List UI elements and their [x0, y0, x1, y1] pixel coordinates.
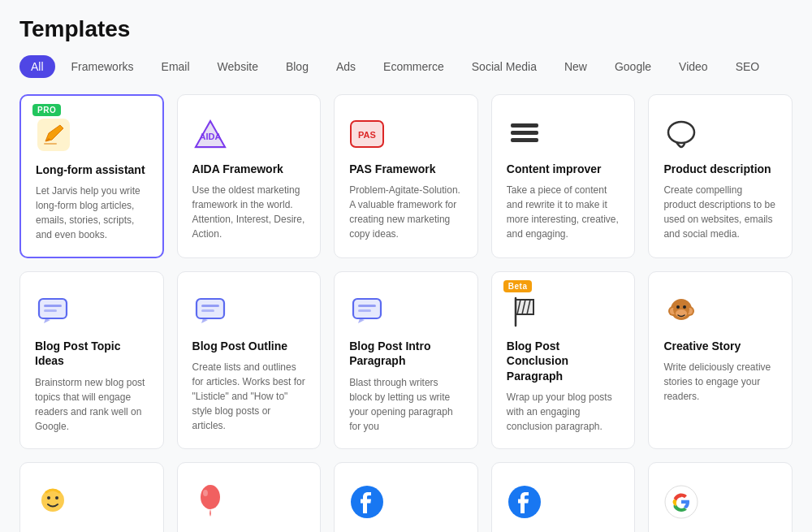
svg-rect-9	[511, 131, 538, 135]
template-card-sentence-expander[interactable]: Sentence Expander Expand a short sentenc…	[177, 462, 322, 532]
filter-email[interactable]: Email	[150, 55, 201, 78]
card-icon-fb-headline	[349, 484, 385, 520]
filter-bar: AllFrameworksEmailWebsiteBlogAdsEcommerc…	[19, 55, 793, 78]
template-card-explain-child[interactable]: Explain It To a Child Rephrase text to m…	[19, 462, 164, 532]
templates-grid: PRO Long-form assistant Let Jarvis help …	[19, 94, 793, 532]
card-desc-creative-story: Write deliciously creative stories to en…	[663, 360, 777, 433]
card-desc-blog-conclusion: Wrap up your blog posts with an engaging…	[507, 390, 620, 434]
template-card-aida[interactable]: AIDA AIDA Framework Use the oldest marke…	[177, 94, 322, 258]
card-title-aida: AIDA Framework	[192, 162, 306, 176]
svg-rect-15	[44, 309, 57, 312]
card-icon-blog-conclusion	[507, 293, 542, 329]
svg-point-38	[47, 496, 50, 500]
card-icon-sentence-expander	[192, 484, 228, 520]
svg-rect-23	[358, 309, 371, 312]
card-icon-fb-primary	[507, 484, 542, 520]
card-title-content-improver: Content improver	[507, 162, 620, 176]
page-title: Templates	[19, 16, 793, 42]
card-icon-explain-child	[35, 484, 71, 520]
card-title-product-desc: Product description	[663, 162, 777, 176]
badge-blog-conclusion: Beta	[503, 280, 533, 292]
card-desc-aida: Use the oldest marketing framework in th…	[192, 183, 306, 243]
template-card-pas[interactable]: PAS PAS Framework Problem-Agitate-Soluti…	[334, 94, 478, 258]
svg-rect-18	[201, 305, 219, 307]
svg-rect-1	[44, 143, 57, 145]
template-card-blog-outline[interactable]: Blog Post Outline Create lists and outli…	[177, 271, 322, 449]
card-title-blog-topics: Blog Post Topic Ideas	[35, 339, 149, 368]
svg-rect-14	[44, 305, 62, 307]
svg-point-37	[41, 489, 64, 512]
badge-long-form: PRO	[32, 104, 61, 116]
svg-rect-12	[39, 299, 67, 318]
card-title-blog-outline: Blog Post Outline	[192, 339, 306, 353]
filter-website[interactable]: Website	[206, 55, 270, 78]
filter-google[interactable]: Google	[603, 55, 663, 78]
svg-rect-19	[201, 309, 214, 312]
svg-point-36	[683, 305, 686, 309]
card-icon-aida: AIDA	[192, 116, 228, 152]
card-title-blog-conclusion: Blog Post Conclusion Paragraph	[507, 339, 620, 383]
template-card-product-desc[interactable]: Product description Create compelling pr…	[648, 94, 793, 258]
template-card-blog-topics[interactable]: Blog Post Topic Ideas Brainstorm new blo…	[19, 271, 164, 449]
filter-blog[interactable]: Blog	[274, 55, 320, 78]
card-icon-creative-story	[663, 293, 699, 329]
card-icon-long-form	[36, 117, 71, 153]
svg-point-39	[55, 496, 58, 500]
card-desc-pas: Problem-Agitate-Solution. A valuable fra…	[349, 183, 463, 243]
card-icon-blog-intro	[349, 293, 385, 329]
filter-ads[interactable]: Ads	[325, 55, 367, 78]
svg-point-40	[201, 485, 220, 509]
template-card-blog-intro[interactable]: Blog Post Intro Paragraph Blast through …	[334, 271, 478, 449]
card-icon-product-desc	[663, 116, 699, 152]
card-title-long-form: Long-form assistant	[36, 162, 148, 177]
svg-rect-16	[197, 299, 224, 318]
card-desc-blog-topics: Brainstorm new blog post topics that wil…	[35, 375, 149, 434]
template-card-long-form[interactable]: PRO Long-form assistant Let Jarvis help …	[19, 94, 164, 258]
template-card-fb-primary[interactable]: Facebook ad primary text	[491, 462, 636, 532]
card-desc-content-improver: Take a piece of content and rewrite it t…	[507, 183, 620, 243]
svg-rect-22	[358, 305, 376, 307]
filter-social-media[interactable]: Social Media	[460, 55, 548, 78]
svg-text:PAS: PAS	[358, 130, 376, 140]
card-icon-blog-topics	[35, 293, 71, 329]
svg-point-11	[668, 122, 694, 143]
card-desc-product-desc: Create compelling product descriptions t…	[663, 183, 777, 243]
filter-frameworks[interactable]: Frameworks	[60, 55, 145, 78]
template-card-google-ads[interactable]: Google ads headline Create high converti…	[648, 462, 793, 532]
svg-rect-10	[511, 138, 538, 142]
filter-seo[interactable]: SEO	[724, 55, 771, 78]
card-icon-pas: PAS	[349, 116, 385, 152]
svg-rect-8	[511, 123, 538, 128]
card-title-pas: PAS Framework	[349, 162, 463, 176]
filter-all[interactable]: All	[19, 55, 55, 78]
svg-rect-20	[353, 299, 381, 318]
svg-text:AIDA: AIDA	[199, 132, 221, 141]
card-icon-content-improver	[507, 116, 542, 152]
card-title-blog-intro: Blog Post Intro Paragraph	[349, 339, 463, 368]
card-desc-blog-intro: Blast through writers block by letting u…	[349, 375, 463, 434]
template-card-fb-headline[interactable]: Facebook ad headline Generate scroll-sto…	[334, 462, 478, 532]
filter-ecommerce[interactable]: Ecommerce	[372, 55, 456, 78]
template-card-blog-conclusion[interactable]: Beta Blog Post Conclusion Paragraph Wrap…	[491, 271, 636, 449]
svg-point-35	[676, 305, 680, 309]
card-desc-blog-outline: Create lists and outlines for articles. …	[192, 360, 306, 433]
card-desc-long-form: Let Jarvis help you write long-form blog…	[36, 184, 148, 242]
filter-video[interactable]: Video	[667, 55, 719, 78]
svg-point-41	[203, 490, 208, 496]
card-title-creative-story: Creative Story	[663, 339, 777, 353]
card-icon-blog-outline	[192, 293, 228, 329]
template-card-content-improver[interactable]: Content improver Take a piece of content…	[491, 94, 636, 258]
filter-new[interactable]: New	[553, 55, 598, 78]
template-card-creative-story[interactable]: Creative Story Write deliciously creativ…	[648, 271, 793, 449]
card-icon-google-ads	[663, 484, 699, 520]
